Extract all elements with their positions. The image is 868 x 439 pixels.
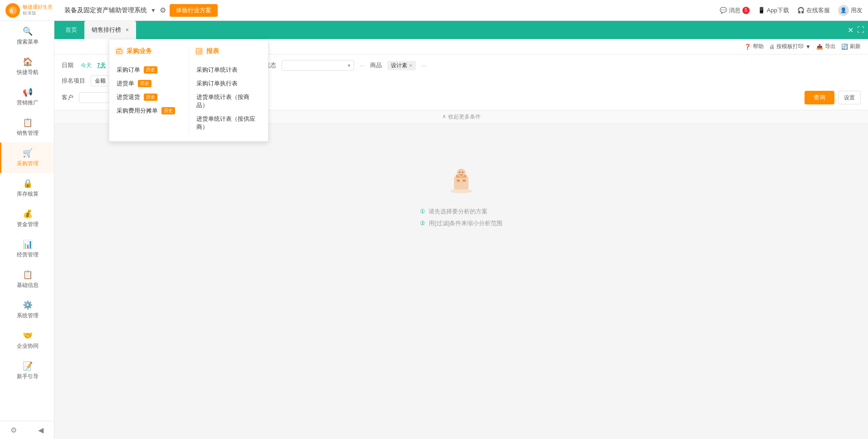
tab-close-all-btn[interactable]: ✕ [848, 26, 853, 35]
status-select[interactable] [282, 60, 354, 71]
sidebar-item-operation[interactable]: 📊 经营管理 [0, 234, 54, 264]
enterprise-icon: 🤝 [23, 330, 33, 340]
query-btn[interactable]: 查询 [805, 91, 834, 104]
user-btn[interactable]: 👤 用友 [838, 5, 863, 16]
help-icon: ❓ [744, 44, 751, 50]
sidebar-item-purchase[interactable]: 🛒 采购管理 [0, 143, 54, 173]
goods-tag-close[interactable]: × [409, 63, 412, 68]
dropdown-item-inbound-by-goods[interactable]: 进货单统计表（按商品） [195, 90, 263, 112]
status-select-wrapper: ▼ [282, 60, 354, 71]
inbound-history: 历史 [138, 80, 151, 87]
phone-icon: 📱 [758, 7, 765, 14]
dropdown-item-po-exec[interactable]: 采购订单执行表 [195, 77, 263, 90]
dropdown-item-inbound-by-supplier[interactable]: 进货单统计表（按供应商） [195, 112, 263, 134]
home-icon: 🏠 [23, 57, 33, 67]
sidebar-item-enterprise[interactable]: 🤝 企业协同 [0, 325, 54, 355]
sidebar-bottom: ⚙ ◀ [0, 421, 54, 439]
sidebar-item-sales[interactable]: 📋 销售管理 [0, 112, 54, 143]
empty-tip-1: ① 请先选择要分析的方案 [420, 206, 503, 217]
svg-point-4 [457, 168, 465, 177]
dropdown-item-po-stats[interactable]: 采购订单统计表 [195, 63, 263, 77]
date-today-btn[interactable]: 今天 [79, 62, 93, 69]
return-label: 进货退货 [117, 93, 140, 101]
report-category-icon [195, 47, 204, 56]
tab-home-label: 首页 [65, 26, 77, 34]
inbound-by-supplier-label: 进货单统计表（按供应商） [196, 115, 261, 131]
goods-tag-text: 设计素 [391, 62, 407, 69]
dropdown-item-return[interactable]: 进货退货 历史 [115, 90, 183, 104]
goods-more-btn[interactable]: ··· [421, 62, 427, 69]
logo-area: 6 畅捷通好生意 标准版 [5, 3, 60, 18]
svg-rect-8 [463, 179, 465, 182]
fund-icon: 💰 [23, 209, 33, 219]
svg-text:6: 6 [10, 8, 13, 14]
dropdown-item-inbound[interactable]: 进货单 历史 [115, 77, 183, 90]
system-name-text: 装备及固定资产辅助管理系统 [64, 6, 147, 15]
sidebar-collapse-btn[interactable]: ◀ [38, 426, 44, 434]
sidebar-item-quick-nav[interactable]: 🏠 快捷导航 [0, 51, 54, 82]
date-7days-btn[interactable]: 7天 [95, 62, 107, 69]
report-category-title: 报表 [195, 47, 263, 59]
sidebar-item-search[interactable]: 🔍 搜索菜单 [0, 21, 54, 51]
tab-home[interactable]: 首页 [58, 21, 84, 39]
inventory-icon: 🔒 [23, 178, 33, 188]
industry-btn[interactable]: 体验行业方案 [170, 4, 218, 17]
sidebar: 🔍 搜索菜单 🏠 快捷导航 📢 营销推广 📋 销售管理 🛒 采购管理 🔒 库存核… [0, 21, 54, 439]
user-label: 用友 [851, 6, 863, 15]
empty-state: ① 请先选择要分析的方案 ② 用[过滤]条件来缩小分析范围 [54, 124, 868, 266]
print-btn[interactable]: 🖨 按模板打印 ▼ [769, 43, 811, 50]
export-btn[interactable]: 📤 导出 [816, 43, 836, 50]
tab-close-btn[interactable]: × [126, 27, 129, 33]
export-icon: 📤 [816, 44, 823, 50]
sidebar-label-quick-nav: 快捷导航 [17, 69, 39, 76]
sidebar-item-fund[interactable]: 💰 资金管理 [0, 203, 54, 234]
sidebar-label-newbie: 新手引导 [17, 373, 39, 380]
purchase-dropdown-menu: 采购业务 采购订单 历史 进货单 历史 进货退货 历史 采购费用分摊单 历史 [109, 39, 268, 142]
empty-tip-2: ② 用[过滤]条件来缩小分析范围 [420, 217, 503, 229]
collapse-label: 收起更多条件 [448, 113, 481, 121]
brand-sub: 标准版 [23, 10, 53, 16]
tab-bar: 首页 销售排行榜 × ✕ ⛶ [54, 21, 868, 39]
refresh-label: 刷新 [850, 43, 861, 50]
message-btn[interactable]: 💬 消息 5 [720, 6, 750, 15]
online-service-btn[interactable]: 🎧 在线客服 [797, 6, 830, 15]
tab-bar-right: ✕ ⛶ [848, 26, 864, 35]
goods-tag: 设计素 × [387, 61, 415, 70]
expense-label: 采购费用分摊单 [117, 107, 158, 115]
goods-label: 商品 [370, 61, 382, 69]
sidebar-item-newbie[interactable]: 📝 新手引导 [0, 355, 54, 386]
return-history: 历史 [144, 94, 157, 101]
sidebar-label-inventory: 库存核算 [17, 190, 39, 198]
sidebar-item-system[interactable]: ⚙️ 系统管理 [0, 295, 54, 325]
help-btn[interactable]: ❓ 帮助 [744, 43, 764, 50]
purchase-category-icon [115, 47, 124, 56]
purchase-order-label: 采购订单 [117, 66, 140, 74]
sidebar-label-fund: 资金管理 [17, 221, 39, 228]
refresh-btn[interactable]: 🔄 刷新 [841, 43, 861, 50]
rank-label: 排名项目 [62, 77, 85, 85]
system-icon: ⚙️ [23, 300, 33, 310]
svg-point-6 [462, 172, 463, 173]
tab-sales-rank[interactable]: 销售排行榜 × [84, 21, 136, 39]
status-more-btn[interactable]: ··· [360, 62, 365, 69]
tab-maximize-btn[interactable]: ⛶ [857, 26, 864, 34]
app-download-btn[interactable]: 📱 App下载 [758, 6, 789, 15]
sidebar-settings-btn[interactable]: ⚙ [10, 426, 17, 434]
system-name-area: 装备及固定资产辅助管理系统 ▼ ⚙ 体验行业方案 [60, 4, 720, 17]
sidebar-item-inventory[interactable]: 🔒 库存核算 [0, 173, 54, 203]
settings-btn[interactable]: 设置 [838, 91, 861, 104]
svg-point-5 [459, 172, 460, 173]
dropdown-item-purchase-order[interactable]: 采购订单 历史 [115, 63, 183, 77]
sidebar-item-marketing[interactable]: 📢 营销推广 [0, 82, 54, 112]
online-service-label: 在线客服 [806, 6, 830, 15]
sidebar-label-basic-info: 基础信息 [17, 281, 39, 289]
message-label: 消息 [729, 6, 741, 15]
settings-gear-btn[interactable]: ⚙ [160, 6, 166, 15]
export-label: 导出 [825, 43, 836, 50]
sidebar-label-marketing: 营销推广 [17, 99, 39, 107]
system-dropdown-btn[interactable]: ▼ [151, 7, 156, 14]
empty-tips: ① 请先选择要分析的方案 ② 用[过滤]条件来缩小分析范围 [420, 206, 503, 229]
svg-rect-7 [457, 179, 459, 182]
dropdown-item-expense[interactable]: 采购费用分摊单 历史 [115, 104, 183, 118]
sidebar-item-basic-info[interactable]: 📋 基础信息 [0, 264, 54, 295]
